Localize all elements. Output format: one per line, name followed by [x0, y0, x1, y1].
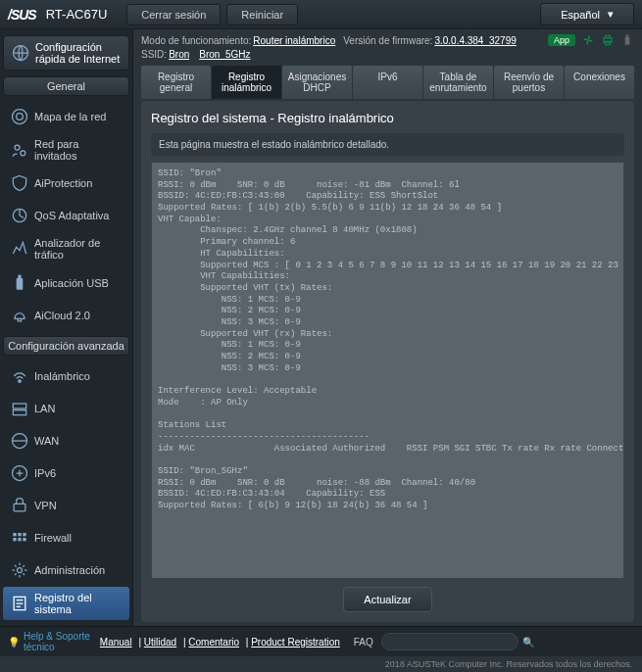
- top-bar: /SUS RT-AC67U Cerrar sesión Reiniciar Es…: [0, 0, 642, 29]
- aicloud-icon: [9, 305, 30, 326]
- sidebar-label: IPv6: [34, 467, 56, 479]
- svg-rect-26: [625, 37, 630, 45]
- opmode-value[interactable]: Router inalámbrico: [253, 35, 335, 46]
- footer-link-manual[interactable]: Manual: [100, 637, 132, 648]
- lan-icon: [9, 398, 30, 419]
- sidebar-item-aplicaci-n-usb[interactable]: Aplicación USB: [3, 267, 129, 299]
- tab-registro-general[interactable]: Registro general: [141, 66, 211, 99]
- wireless-icon: [9, 365, 30, 387]
- usb-icon[interactable]: [620, 33, 634, 47]
- svg-rect-27: [626, 34, 628, 36]
- ssid1[interactable]: Bron: [169, 49, 189, 60]
- sidebar-item-inal-mbrico[interactable]: Inalámbrico: [3, 360, 129, 392]
- sidebar-label: Firewall: [34, 532, 72, 544]
- help-label: Help & Soporte técnico: [24, 631, 90, 652]
- footer-link-product-registration[interactable]: Product Registration: [251, 637, 340, 648]
- fw-value[interactable]: 3.0.0.4.384_32799: [434, 35, 516, 46]
- refresh-button[interactable]: Actualizar: [343, 587, 431, 612]
- tab-asignaciones-dhcp[interactable]: Asignaciones DHCP: [282, 66, 352, 99]
- footer-link-comentario[interactable]: Comentario: [188, 637, 239, 648]
- brand-logo: /SUS: [8, 7, 36, 23]
- copyright: 2018 ASUSTeK Computer Inc. Reservados to…: [0, 656, 642, 672]
- footer-links: Manual | Utilidad | Comentario | Product…: [100, 637, 344, 648]
- firewall-icon: [9, 527, 30, 549]
- usb-app-icon: [9, 272, 30, 294]
- sidebar-item-wan[interactable]: WAN: [3, 425, 129, 456]
- fan-icon[interactable]: [581, 33, 595, 47]
- svg-rect-25: [606, 35, 611, 37]
- fw-label: Versión de firmware:: [343, 35, 432, 46]
- sidebar-item-ipv-[interactable]: IPv6: [3, 457, 129, 489]
- svg-rect-19: [23, 538, 25, 541]
- sidebar-label: AiProtection: [34, 177, 92, 189]
- search-icon[interactable]: 🔍: [522, 637, 534, 648]
- language-select[interactable]: Español ▾: [540, 3, 634, 25]
- svg-rect-15: [18, 533, 21, 536]
- sidebar-label: WAN: [34, 435, 59, 447]
- printer-icon[interactable]: [601, 33, 615, 47]
- gear-icon: [9, 559, 30, 581]
- svg-point-22: [587, 39, 589, 41]
- quick-label: Configuración rápida de Internet: [35, 41, 120, 65]
- sidebar-label: Administración: [34, 564, 105, 576]
- sidebar-label: Registro del sistema: [34, 592, 123, 615]
- shield-icon: [9, 172, 30, 194]
- traffic-icon: [9, 238, 30, 260]
- sidebar-item-analizador-de-tr-fico[interactable]: Analizador de tráfico: [3, 232, 129, 265]
- sidebar-label: Aplicación USB: [34, 277, 109, 289]
- vpn-lock-icon: [9, 495, 30, 516]
- sidebar: Configuración rápida de Internet General…: [0, 29, 133, 626]
- ssid2[interactable]: Bron_5GHz: [199, 49, 250, 60]
- panel-title: Registro del sistema - Registro inalámbr…: [151, 111, 624, 125]
- app-badge[interactable]: App: [548, 34, 575, 46]
- svg-rect-14: [13, 533, 16, 536]
- tab-ipv-[interactable]: IPv6: [353, 66, 422, 99]
- logout-button[interactable]: Cerrar sesión: [126, 4, 221, 25]
- svg-point-4: [21, 151, 25, 156]
- svg-rect-10: [13, 409, 25, 414]
- tab-registro-inal-mbrico[interactable]: Registro inalámbrico: [212, 66, 281, 99]
- sidebar-item-red-para-invitados[interactable]: Red para invitados: [3, 133, 129, 167]
- svg-rect-18: [18, 538, 21, 541]
- svg-rect-7: [18, 274, 21, 277]
- section-general: General: [3, 76, 129, 96]
- svg-rect-9: [13, 404, 25, 408]
- quick-internet-setup[interactable]: Configuración rápida de Internet: [3, 35, 129, 71]
- sidebar-label: AiCloud 2.0: [34, 310, 90, 321]
- tab-reenv-o-de-puertos[interactable]: Reenvío de puertos: [494, 66, 564, 99]
- sidebar-label: Red para invitados: [34, 138, 123, 162]
- footer-link-utilidad[interactable]: Utilidad: [144, 637, 176, 648]
- faq-search-input[interactable]: [381, 633, 519, 650]
- svg-point-2: [17, 114, 24, 120]
- sidebar-item-mapa-de-la-red[interactable]: Mapa de la red: [3, 101, 129, 132]
- faq-label[interactable]: FAQ: [354, 637, 373, 648]
- svg-point-1: [13, 110, 27, 124]
- sidebar-item-administraci-n[interactable]: Administración: [3, 554, 129, 586]
- sidebar-item-firewall[interactable]: Firewall: [3, 522, 129, 553]
- lightbulb-icon: 💡: [8, 637, 20, 648]
- svg-rect-13: [14, 504, 25, 511]
- sidebar-label: QoS Adaptativa: [34, 210, 109, 221]
- sidebar-label: LAN: [34, 403, 55, 414]
- wan-icon: [9, 430, 30, 452]
- ipv6-icon: [9, 462, 30, 484]
- sidebar-item-registro-del-sistema[interactable]: Registro del sistema: [3, 587, 129, 620]
- sidebar-item-aiprotection[interactable]: AiProtection: [3, 168, 129, 199]
- sidebar-label: Inalámbrico: [34, 370, 90, 382]
- network-map-icon: [9, 106, 30, 127]
- tab-tabla-de-enrutamiento[interactable]: Tabla de enrutamiento: [423, 66, 493, 99]
- footer: 💡 Help & Soporte técnico Manual | Utilid…: [0, 626, 642, 656]
- log-icon: [9, 593, 30, 614]
- qos-icon: [9, 205, 30, 226]
- sidebar-item-aicloud-[interactable]: AiCloud 2.0: [3, 300, 129, 331]
- sidebar-item-lan[interactable]: LAN: [3, 393, 129, 424]
- info-line-1: Modo de funcionamiento: Router inalámbri…: [141, 33, 634, 47]
- reboot-button[interactable]: Reiniciar: [226, 4, 298, 25]
- log-textarea[interactable]: SSID: "Bron" RSSI: 0 dBm SNR: 0 dB noise…: [151, 162, 624, 579]
- panel-desc: Esta página muestra el estado inalámbric…: [151, 133, 624, 156]
- tab-conexiones[interactable]: Conexiones: [565, 66, 634, 99]
- sidebar-item-qos-adaptativa[interactable]: QoS Adaptativa: [3, 200, 129, 231]
- sidebar-item-vpn[interactable]: VPN: [3, 490, 129, 521]
- svg-rect-6: [17, 278, 24, 290]
- svg-rect-16: [23, 533, 25, 536]
